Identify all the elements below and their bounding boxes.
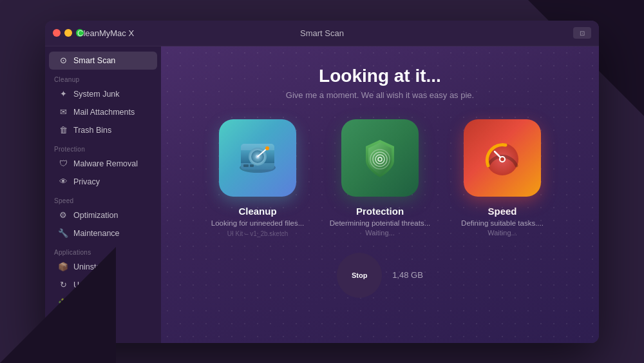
protection-card-status: Determining potential threats... [330,219,431,227]
sidebar-label-maintenance: Maintenance [73,229,120,238]
svg-point-17 [500,157,504,161]
sidebar-label-mail-attachments: Mail Attachments [73,108,135,117]
refresh-cw-icon: ↻ [58,280,68,290]
shield-illustration [354,132,406,184]
sidebar-item-smart-scan[interactable]: ⊙ Smart Scan [49,52,157,70]
sidebar-item-maintenance[interactable]: 🔧 Maintenance [49,224,157,242]
stop-button-label: Stop [352,271,367,279]
svg-rect-9 [250,164,254,167]
cleanup-card: Cleanup Looking for unneeded files... UI… [203,119,312,237]
shield-bug-icon: 🛡 [58,159,68,169]
sidebar-label-smart-scan: Smart Scan [73,56,115,65]
protection-icon-wrapper [341,119,419,197]
main-area: ⊙ Smart Scan Cleanup ✦ System Junk ✉ Mai… [45,46,599,343]
protection-card: Protection Determining potential threats… [325,119,435,237]
sidebar-item-mail-attachments[interactable]: ✉ Mail Attachments [49,103,157,121]
sidebar-section-cleanup: Cleanup [45,70,161,85]
box-x-icon: 📦 [58,262,68,272]
sidebar-item-privacy[interactable]: 👁 Privacy [49,173,157,191]
sliders-icon: ⚙ [58,210,68,221]
radar-icon: ⊙ [58,55,68,66]
trash-icon: 🗑 [58,125,68,135]
eye-off-icon: 👁 [58,177,68,187]
progress-ring-wrapper: Stop [337,253,382,298]
sidebar-item-uninstaller[interactable]: 📦 Uninstaller [49,258,157,276]
sidebar-label-privacy: Privacy [73,177,100,186]
stop-button[interactable]: Stop [337,253,382,298]
sidebar-label-malware-removal: Malware Removal [73,159,138,168]
gauge-illustration [477,132,528,184]
protection-card-substatus: Waiting... [365,229,394,237]
cleanup-card-file: UI Kit – v1_2b.sketch [227,230,289,237]
expand-button[interactable]: ⊡ [573,27,591,39]
cleanup-card-status: Looking for unneeded files... [211,219,305,227]
minimize-button[interactable] [64,29,72,37]
pie-chart-icon: ◑ [58,331,68,342]
disk-illustration [232,132,283,184]
content-header: Looking at it... Give me a moment. We al… [286,66,474,100]
sidebar-label-uninstaller: Uninstaller [73,262,111,271]
sidebar-label-updater: Updater [73,280,102,289]
sidebar-label-trash-bins: Trash Bins [73,126,111,135]
sidebar-label-space-lens: Space Lens [73,332,116,341]
window-title: Smart Scan [300,28,344,38]
sidebar-section-files: Files [45,312,161,328]
sidebar-item-malware-removal[interactable]: 🛡 Malware Removal [49,155,157,173]
sidebar-section-speed: Speed [45,191,161,206]
app-name: CleanMyMac X [77,28,134,38]
sidebar-label-system-junk: System Junk [73,90,120,99]
sidebar: ⊙ Smart Scan Cleanup ✦ System Junk ✉ Mai… [45,46,161,343]
sidebar-section-applications: Applications [45,242,161,258]
sidebar-item-extensions[interactable]: 🧩 Extensions [49,294,157,312]
content-area: Looking at it... Give me a moment. We al… [161,46,599,343]
cleanup-icon-wrapper [219,119,296,197]
sidebar-label-optimization: Optimization [73,211,118,220]
envelope-icon: ✉ [58,107,68,117]
sidebar-label-extensions: Extensions [73,299,113,308]
expand-icon: ⊡ [580,30,585,37]
cleanup-card-name: Cleanup [238,206,276,217]
bottom-area: Stop 1,48 GB [337,253,423,298]
speed-card-substatus: Waiting... [488,229,516,237]
close-button[interactable] [53,29,61,37]
progress-size: 1,48 GB [392,270,423,280]
sidebar-item-space-lens[interactable]: ◑ Space Lens [49,328,157,343]
page-subtitle: Give me a moment. We all wish it was eas… [286,90,474,100]
sidebar-item-trash-bins[interactable]: 🗑 Trash Bins [49,121,157,139]
cards-row: Cleanup Looking for unneeded files... UI… [203,119,557,237]
gear-sparkle-icon: ✦ [58,89,68,99]
puzzle-icon: 🧩 [58,298,68,308]
sidebar-item-updater[interactable]: ↻ Updater [49,276,157,294]
page-title: Looking at it... [286,66,474,86]
app-window: CleanMyMac X Smart Scan ⊡ ⊙ Smart Scan C… [45,21,599,343]
speed-card-name: Speed [488,206,516,217]
protection-card-name: Protection [356,206,404,217]
sidebar-item-system-junk[interactable]: ✦ System Junk [49,85,157,103]
speed-card-status: Defining suitable tasks.... [461,219,544,227]
sidebar-section-protection: Protection [45,139,161,155]
titlebar: CleanMyMac X Smart Scan ⊡ [45,21,599,46]
speed-icon-wrapper [464,119,541,197]
svg-rect-8 [243,164,249,167]
sidebar-item-optimization[interactable]: ⚙ Optimization [49,206,157,224]
svg-point-7 [265,146,269,150]
wrench-icon: 🔧 [58,228,68,239]
speed-card: Speed Defining suitable tasks.... Waitin… [448,119,557,237]
